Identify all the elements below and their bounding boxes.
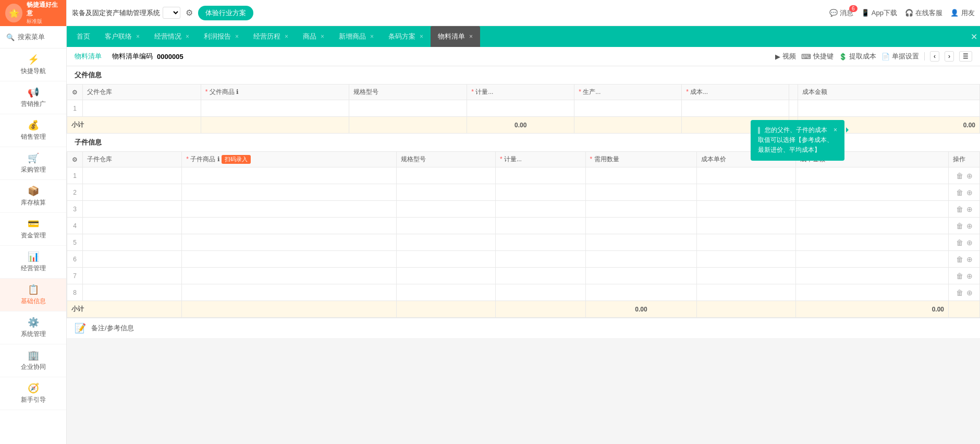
parent-cost-cell[interactable] — [682, 100, 789, 117]
tab-products-close[interactable]: × — [321, 33, 324, 40]
tab-products[interactable]: 商品 × — [296, 26, 332, 47]
sidebar-item-marketing[interactable]: 📢 营销推广 — [0, 81, 66, 114]
delete-icon-5[interactable]: 🗑 — [956, 238, 963, 247]
parent-product-cell[interactable] — [201, 100, 349, 117]
child-spec-cell-2[interactable] — [396, 184, 495, 201]
user-button[interactable]: 👤 用友 — [950, 8, 975, 18]
list-view-button[interactable]: ☰ — [959, 51, 972, 62]
sidebar-item-enterprise[interactable]: 🏢 企业协同 — [0, 344, 66, 377]
child-amount-cell-1[interactable] — [796, 167, 949, 184]
child-quantity-cell-3[interactable] — [585, 201, 697, 218]
child-product-cell-3[interactable] — [182, 201, 397, 218]
child-warehouse-cell-8[interactable] — [83, 284, 182, 301]
sidebar-item-guide[interactable]: 🧭 新手引导 — [0, 377, 66, 410]
tab-customers-close[interactable]: × — [136, 33, 140, 40]
system-select[interactable] — [163, 7, 180, 19]
tooltip-close-button[interactable]: × — [834, 125, 837, 135]
service-button[interactable]: 🎧 在线客服 — [905, 8, 942, 18]
child-spec-cell-3[interactable] — [396, 201, 495, 218]
child-unit-cell-2[interactable] — [495, 184, 585, 201]
tab-profit[interactable]: 利润报告 × — [197, 26, 246, 47]
child-amount-cell-3[interactable] — [796, 201, 949, 218]
trial-button[interactable]: 体验行业方案 — [198, 6, 253, 20]
child-unit-cell-5[interactable] — [495, 234, 585, 251]
tab-home[interactable]: 首页 — [69, 26, 97, 47]
sidebar-item-inventory[interactable]: 📦 库存核算 — [0, 180, 66, 213]
scan-badge[interactable]: 扫码录入 — [222, 155, 251, 164]
sidebar-item-quick-nav[interactable]: ⚡ 快捷导航 — [0, 49, 66, 81]
tab-barcode-close[interactable]: × — [420, 33, 423, 40]
child-quantity-cell-4[interactable] — [585, 218, 697, 234]
copy-icon-6[interactable]: ⊕ — [966, 255, 973, 263]
copy-icon-1[interactable]: ⊕ — [966, 172, 973, 180]
child-unitcost-cell-6[interactable] — [697, 251, 796, 268]
child-product-cell-8[interactable] — [182, 284, 397, 301]
child-amount-cell-7[interactable] — [796, 268, 949, 284]
child-unitcost-cell-3[interactable] — [697, 201, 796, 218]
child-product-cell-2[interactable] — [182, 184, 397, 201]
child-unit-cell-6[interactable] — [495, 251, 585, 268]
child-product-cell-7[interactable] — [182, 268, 397, 284]
child-unit-cell-1[interactable] — [495, 167, 585, 184]
tab-bom-close[interactable]: × — [469, 33, 473, 40]
delete-icon-7[interactable]: 🗑 — [956, 272, 963, 280]
child-spec-cell-4[interactable] — [396, 218, 495, 234]
tab-operations-close[interactable]: × — [186, 33, 189, 40]
child-unitcost-cell-4[interactable] — [697, 218, 796, 234]
child-unitcost-cell-2[interactable] — [697, 184, 796, 201]
sidebar-item-system[interactable]: ⚙️ 系统管理 — [0, 311, 66, 344]
tab-customers[interactable]: 客户联络 × — [97, 26, 147, 47]
settings-button[interactable]: 📄 单据设置 — [881, 52, 919, 61]
shortcut-button[interactable]: ⌨ 快捷键 — [801, 52, 834, 61]
child-quantity-cell-8[interactable] — [585, 284, 697, 301]
sidebar-item-basic[interactable]: 📋 基础信息 — [0, 279, 66, 311]
child-amount-cell-4[interactable] — [796, 218, 949, 234]
child-quantity-cell-5[interactable] — [585, 234, 697, 251]
child-product-cell-1[interactable] — [182, 167, 397, 184]
breadcrumb-bom-link[interactable]: 物料清单 — [75, 52, 102, 60]
child-warehouse-cell-7[interactable] — [83, 268, 182, 284]
child-spec-cell-8[interactable] — [396, 284, 495, 301]
tab-bom[interactable]: 物料清单 × — [431, 26, 480, 47]
child-unit-cell-3[interactable] — [495, 201, 585, 218]
parent-amount-cell[interactable] — [798, 100, 980, 117]
child-amount-cell-6[interactable] — [796, 251, 949, 268]
copy-icon-7[interactable]: ⊕ — [966, 272, 973, 280]
child-unit-cell-7[interactable] — [495, 268, 585, 284]
sidebar-item-operation[interactable]: 📊 经营管理 — [0, 246, 66, 279]
parent-unit-cell[interactable] — [467, 100, 574, 117]
child-unitcost-cell-5[interactable] — [697, 234, 796, 251]
child-spec-cell-6[interactable] — [396, 251, 495, 268]
child-quantity-cell-6[interactable] — [585, 251, 697, 268]
child-amount-cell-8[interactable] — [796, 284, 949, 301]
child-unit-cell-4[interactable] — [495, 218, 585, 234]
sidebar-item-finance[interactable]: 💳 资金管理 — [0, 213, 66, 246]
sidebar-item-sales[interactable]: 💰 销售管理 — [0, 114, 66, 147]
child-spec-cell-5[interactable] — [396, 234, 495, 251]
delete-icon-2[interactable]: 🗑 — [956, 188, 963, 197]
copy-icon-5[interactable]: ⊕ — [966, 238, 973, 247]
child-amount-cell-5[interactable] — [796, 234, 949, 251]
child-product-cell-5[interactable] — [182, 234, 397, 251]
child-col-settings[interactable]: ⚙ — [67, 152, 83, 167]
settings-icon[interactable]: ⚙ — [186, 8, 193, 18]
delete-icon-4[interactable]: 🗑 — [956, 222, 963, 230]
tab-profit-close[interactable]: × — [235, 33, 239, 40]
parent-spec-cell[interactable] — [349, 100, 467, 117]
child-unit-cell-8[interactable] — [495, 284, 585, 301]
delete-icon-1[interactable]: 🗑 — [956, 172, 963, 180]
tab-new-product-close[interactable]: × — [370, 33, 374, 40]
child-spec-cell-1[interactable] — [396, 167, 495, 184]
child-quantity-cell-7[interactable] — [585, 268, 697, 284]
copy-icon-4[interactable]: ⊕ — [966, 222, 973, 230]
delete-icon-8[interactable]: 🗑 — [956, 289, 963, 297]
copy-icon-3[interactable]: ⊕ — [966, 205, 973, 213]
close-all-tabs-button[interactable]: ✕ — [971, 32, 977, 42]
next-button[interactable]: › — [945, 51, 954, 62]
child-product-cell-4[interactable] — [182, 218, 397, 234]
delete-icon-6[interactable]: 🗑 — [956, 255, 963, 263]
child-quantity-cell-2[interactable] — [585, 184, 697, 201]
child-warehouse-cell-5[interactable] — [83, 234, 182, 251]
copy-icon-2[interactable]: ⊕ — [966, 188, 973, 197]
child-quantity-cell-1[interactable] — [585, 167, 697, 184]
